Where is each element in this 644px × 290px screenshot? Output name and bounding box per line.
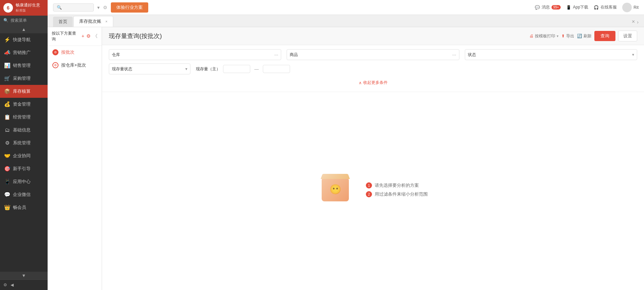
page-title: 现存量查询(按批次) — [109, 32, 162, 40]
customer-service-group[interactable]: 🎧 在线客服 — [594, 4, 617, 10]
print-dropdown-icon[interactable]: ▾ — [557, 34, 559, 38]
messages-group[interactable]: 💬 消息 99+ — [535, 4, 561, 10]
messages-label: 消息 — [542, 4, 550, 10]
goods-filter[interactable]: 商品 ··· — [287, 49, 459, 60]
tip-num-2: 2 — [366, 191, 372, 197]
export-btn[interactable]: ⬆ 导出 — [561, 33, 574, 39]
stock-status-label: 现存量状态 — [112, 66, 185, 72]
refresh-btn[interactable]: 🔄 刷新 — [577, 33, 592, 39]
warehouse-dots[interactable]: ··· — [274, 52, 278, 57]
goods-input[interactable] — [300, 52, 452, 57]
query-btn[interactable]: 查询 — [594, 31, 615, 41]
sidebar-scroll-down[interactable]: ▼ — [0, 272, 48, 279]
stock-qty-max-input[interactable] — [263, 65, 290, 73]
messages-badge: 99+ — [552, 5, 561, 10]
stock-qty-group: 现存量（主） — — [196, 65, 637, 73]
status-filter[interactable]: 状态 ▾ — [465, 49, 637, 60]
sidebar-item-member[interactable]: 👑 畅会员 — [0, 201, 48, 214]
sidebar-item-sales[interactable]: 📊 销售管理 — [0, 59, 48, 72]
sidebar-item-basic[interactable]: 🗂 基础信息 — [0, 124, 48, 137]
plan-item-warehouse-batch[interactable]: ⚙ 按仓库+批次 — [48, 59, 102, 72]
stock-qty-dash: — — [254, 67, 259, 72]
topbar-search[interactable]: 🔍 — [53, 3, 94, 12]
topbar-search-icon: 🔍 — [57, 5, 62, 10]
sidebar-item-label: 企业微信 — [13, 192, 31, 198]
plan-icon-warehouse-batch: ⚙ — [52, 62, 58, 68]
topbar-gear-icon[interactable]: ⚙ — [103, 5, 107, 10]
avatar — [622, 3, 632, 12]
app-download-group[interactable]: 📱 App下载 — [566, 4, 588, 10]
sidebar-search-label: 搜索菜单 — [11, 18, 27, 23]
left-panel-header: 按以下方案查询 + ⚙ 《 — [48, 27, 102, 46]
goods-dots[interactable]: ··· — [452, 52, 456, 57]
plan-item-batch[interactable]: ⚙ 按批次 — [48, 46, 102, 59]
stock-qty-min-input[interactable] — [223, 65, 250, 73]
sidebar-scroll-up[interactable]: ▲ — [0, 25, 48, 33]
sidebar-item-finance[interactable]: 💰 资金管理 — [0, 98, 48, 111]
collapse-filter-row[interactable]: ∧ 收起更多条件 — [109, 78, 637, 88]
add-plan-icon[interactable]: + — [82, 33, 84, 39]
empty-box: 😶 — [322, 178, 349, 201]
trial-btn[interactable]: 体验行业方案 — [111, 2, 148, 13]
stock-status-filter[interactable]: 现存量状态 ▾ — [109, 64, 190, 74]
sidebar-item-label: 资金管理 — [13, 101, 31, 107]
tab-close-icon[interactable]: × — [105, 19, 107, 23]
tab-home[interactable]: 首页 — [53, 17, 73, 27]
content-area: 按以下方案查询 + ⚙ 《 ⚙ 按批次 ⚙ 按仓库+批次 现存量查询(按批次) — [48, 27, 644, 290]
tab-home-label: 首页 — [58, 19, 67, 24]
sidebar-item-system[interactable]: ⚙ 系统管理 — [0, 137, 48, 149]
tab-batch-account[interactable]: 库存批次账 × — [73, 16, 113, 27]
sidebar-item-newbie[interactable]: 🎯 新手引导 — [0, 162, 48, 175]
print-btn[interactable]: 🖨 按模板打印 ▾ — [529, 33, 559, 39]
tip-num-1: 1 — [366, 182, 372, 188]
sidebar-item-wechat[interactable]: 💬 企业微信 — [0, 188, 48, 201]
sidebar-item-label: 库存核算 — [13, 88, 31, 94]
customer-service-label: 在线客服 — [600, 4, 617, 10]
wechat-icon: 💬 — [4, 192, 10, 198]
sidebar-item-marketing[interactable]: 📣 营销推广 — [0, 46, 48, 59]
stock-qty-label: 现存量（主） — [196, 66, 220, 72]
settings-footer-btn[interactable]: ⚙ — [3, 283, 7, 287]
empty-tips: 1 请先选择要分析的方案 2 用过滤条件来缩小分析范围 — [366, 182, 428, 200]
sidebar-search[interactable]: 🔍 搜索菜单 — [0, 16, 48, 25]
app-download-label: App下载 — [573, 4, 588, 10]
warehouse-label: 仓库 — [112, 52, 120, 58]
warehouse-input[interactable] — [122, 52, 274, 57]
settings-btn[interactable]: 设置 — [618, 31, 637, 41]
search-icon: 🔍 — [3, 18, 9, 23]
main-area: 🔍 ▾ ⚙ 体验行业方案 💬 消息 99+ 📱 App下载 🎧 在线客服 Rit — [48, 0, 644, 290]
sidebar-item-appstore[interactable]: 📱 应用中心 — [0, 175, 48, 188]
purchase-icon: 🛒 — [4, 75, 10, 81]
tab-chevron-icon[interactable]: › — [637, 19, 639, 25]
filter-row-1: 仓库 ··· 商品 ··· 状态 ▾ — [109, 49, 637, 60]
empty-state: 😶 1 请先选择要分析的方案 2 用过滤条件来缩小分析范围 — [102, 92, 644, 290]
plan-settings-icon[interactable]: ⚙ — [86, 33, 91, 39]
app-logo: 6 — [3, 3, 13, 13]
topbar-dropdown-icon[interactable]: ▾ — [97, 5, 100, 10]
app-title: 畅康通好生意 — [16, 3, 40, 8]
sidebar-item-label: 销售管理 — [13, 62, 31, 69]
left-panel-actions: + ⚙ 《 — [82, 33, 98, 39]
finance-icon: 💰 — [4, 101, 10, 107]
refresh-label: 刷新 — [583, 33, 592, 39]
collapse-panel-icon[interactable]: 《 — [93, 33, 98, 39]
refresh-icon: 🔄 — [577, 34, 582, 38]
sidebar-footer: ⚙ ◀ — [0, 279, 48, 290]
collapse-sidebar-btn[interactable]: ◀ — [11, 283, 14, 287]
empty-tip-2: 2 用过滤条件来缩小分析范围 — [366, 191, 428, 197]
sidebar-item-label: 经营管理 — [13, 114, 31, 120]
sidebar-item-label: 企业协同 — [13, 153, 31, 159]
user-group[interactable]: Rit — [622, 3, 639, 12]
tip-text-2: 用过滤条件来缩小分析范围 — [375, 191, 428, 197]
sidebar-item-operations[interactable]: 📋 经营管理 — [0, 111, 48, 124]
warehouse-filter[interactable]: 仓库 ··· — [109, 49, 281, 60]
sidebar-item-inventory[interactable]: 📦 库存核算 — [0, 85, 48, 98]
sidebar-header: 6 畅康通好生意 标准版 — [0, 0, 48, 16]
sales-icon: 📊 — [4, 62, 10, 69]
sidebar-item-shortcut[interactable]: ⚡ 快捷导航 — [0, 33, 48, 46]
sidebar-item-purchase[interactable]: 🛒 采购管理 — [0, 72, 48, 85]
sidebar-item-enterprise[interactable]: 🤝 企业协同 — [0, 149, 48, 162]
status-arrow: ▾ — [632, 52, 634, 57]
marketing-icon: 📣 — [4, 50, 10, 56]
tab-close-btn[interactable]: × — [632, 19, 635, 25]
